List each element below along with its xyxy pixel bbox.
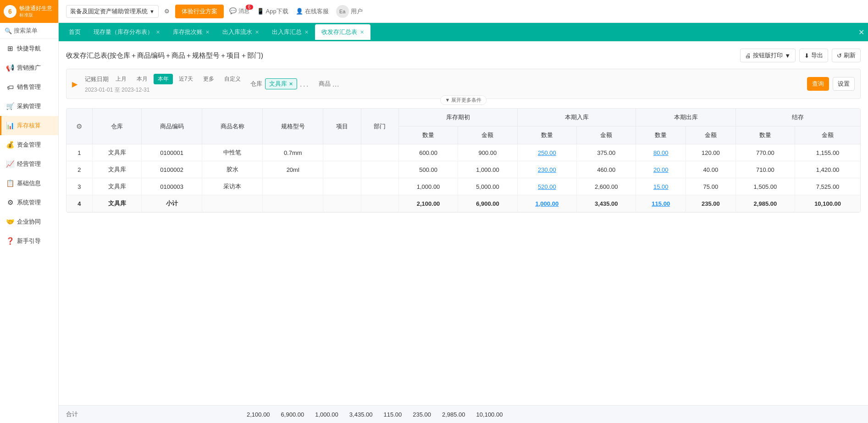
finance-icon: 💰	[6, 141, 14, 149]
page-actions: 🖨 按钮版打印 ▼ ⬇ 导出 ↺ 刷新	[740, 49, 861, 62]
goods-more[interactable]: ...	[332, 79, 339, 89]
tab-inout-flow[interactable]: 出入库流水 ✕	[216, 24, 265, 40]
sidebar-item-basic-info[interactable]: 📋 基础信息	[0, 174, 58, 193]
row3-in-qty[interactable]: 520.00	[517, 178, 576, 195]
main-area: 装备及固定资产辅助管理系统 ▼ ⚙ 体验行业方案 💬 6 消息 📱 App下载 …	[59, 0, 868, 423]
gear-icon[interactable]: ⚙	[164, 8, 170, 15]
search-menu[interactable]: 🔍 搜索菜单	[0, 23, 58, 39]
table-row: 1 文具库 0100001 中性笔 0.7mm 600.00 900.00 25…	[66, 144, 860, 161]
row2-in-qty[interactable]: 230.00	[517, 161, 576, 178]
th-goods-spec: 规格型号	[263, 109, 323, 144]
row2-project	[323, 161, 361, 178]
sidebar-item-inventory[interactable]: 📊 库存核算	[0, 116, 58, 135]
th-in: 本期入库	[517, 109, 636, 126]
sidebar-item-marketing[interactable]: 📢 营销推广	[0, 58, 58, 77]
filter-toggle-btn[interactable]: ▶	[72, 80, 77, 88]
date-btn-this-year[interactable]: 本年	[154, 74, 173, 84]
user-menu[interactable]: Ea 用户	[336, 5, 363, 18]
th-bal-qty: 数量	[735, 126, 795, 144]
try-industry-btn[interactable]: 体验行业方案	[175, 5, 224, 18]
query-btn[interactable]: 查询	[807, 77, 829, 91]
warehouse-tag[interactable]: 文具库 ✕	[265, 78, 297, 89]
sidebar-item-finance[interactable]: 💰 资金管理	[0, 135, 58, 154]
refresh-btn[interactable]: ↺ 刷新	[832, 49, 861, 62]
tab-close-inventory-dist[interactable]: ✕	[156, 29, 160, 35]
row2-open-amt: 1,000.00	[458, 161, 517, 178]
row1-code: 0100001	[142, 144, 202, 161]
tab-close-inout-flow[interactable]: ✕	[255, 29, 259, 35]
sidebar-item-system[interactable]: ⚙ 系统管理	[0, 193, 58, 212]
tab-close-inout-summary[interactable]: ✕	[304, 29, 309, 35]
row3-out-qty[interactable]: 15.00	[636, 178, 686, 195]
row1-in-qty[interactable]: 250.00	[517, 144, 576, 161]
tab-inventory-dist[interactable]: 现存量（库存分布表） ✕	[87, 24, 166, 40]
row1-out-qty[interactable]: 80.00	[636, 144, 686, 161]
row1-bal-qty: 770.00	[735, 144, 795, 161]
subtotal-bal-qty: 2,985.00	[735, 195, 795, 212]
row1-open-qty: 600.00	[398, 144, 458, 161]
date-btn-more[interactable]: 更多	[199, 74, 218, 84]
date-btn-custom[interactable]: 自定义	[220, 74, 245, 84]
th-in-qty: 数量	[517, 126, 576, 144]
footer-bal-qty: 2,985.00	[442, 411, 465, 418]
tabbar-close-all[interactable]: ✕	[858, 28, 864, 37]
app-logo: 6 畅捷通好生意 标准版	[0, 0, 58, 23]
th-open-amt: 金额	[458, 126, 517, 144]
topbar-right: 💬 6 消息 📱 App下载 👤 在线客服 Ea 用户	[229, 5, 363, 18]
row2-out-qty[interactable]: 20.00	[636, 161, 686, 178]
sidebar-item-operations[interactable]: 📈 经营管理	[0, 154, 58, 174]
footer-out-amt: 235.00	[413, 411, 431, 418]
warehouse-tag-close[interactable]: ✕	[289, 81, 293, 87]
sidebar-item-purchase[interactable]: 🛒 采购管理	[0, 97, 58, 116]
footer-open-amt: 6,900.00	[281, 411, 304, 418]
row2-in-amt: 460.00	[577, 161, 636, 178]
system-selector[interactable]: 装备及固定资产辅助管理系统 ▼	[66, 5, 159, 18]
tab-close-collect-summary[interactable]: ✕	[360, 29, 364, 35]
row2-warehouse: 文具库	[92, 161, 141, 178]
subtotal-in-amt: 3,435.00	[577, 195, 636, 212]
date-btn-last-month[interactable]: 上月	[111, 74, 131, 84]
footer-in-amt: 3,435.00	[349, 411, 373, 418]
column-settings-icon[interactable]: ⚙	[76, 122, 82, 130]
th-in-amt: 金额	[577, 126, 636, 144]
date-btn-this-month[interactable]: 本月	[133, 74, 152, 84]
footer-bar: 合计 2,100.00 6,900.00 1,000.00 3,435.00 1…	[59, 405, 868, 423]
content-area: 收发存汇总表(按仓库＋商品编码＋商品＋规格型号＋项目＋部门) 🖨 按钮版打印 ▼…	[59, 41, 868, 423]
print-btn[interactable]: 🖨 按钮版打印 ▼	[740, 49, 796, 62]
th-bal-amt: 金额	[795, 126, 860, 144]
subtotal-out-qty[interactable]: 115.00	[636, 195, 686, 212]
avatar: Ea	[336, 5, 349, 18]
date-filter-group: 记账日期 上月 本月 本年 近7天 更多 自定义 2023-01-01 至 20…	[85, 74, 245, 94]
row1-warehouse: 文具库	[92, 144, 141, 161]
data-table-wrapper: ⚙ 仓库 商品编码 商品名称 规格型号 项目 部门 库存期初 本期入库 本期出库…	[66, 108, 861, 213]
row1-project	[323, 144, 361, 161]
sidebar-item-sales[interactable]: 🏷 销售管理	[0, 77, 58, 97]
row2-bal-amt: 1,420.00	[795, 161, 860, 178]
tab-inout-summary[interactable]: 出入库汇总 ✕	[265, 24, 315, 40]
th-project: 项目	[323, 109, 361, 144]
tabbar: 首页 现存量（库存分布表） ✕ 库存批次账 ✕ 出入库流水 ✕ 出入库汇总 ✕ …	[59, 23, 868, 41]
sidebar-item-guide[interactable]: ❓ 新手引导	[0, 231, 58, 251]
sidebar-item-cooperation[interactable]: 🤝 企业协同	[0, 212, 58, 231]
notification-btn[interactable]: 💬 6 消息	[229, 7, 249, 15]
warehouse-more[interactable]: ...	[300, 79, 310, 89]
export-btn[interactable]: ⬇ 导出	[799, 49, 828, 62]
subtotal-in-qty[interactable]: 1,000.00	[517, 195, 576, 212]
footer-open-qty: 2,100.00	[247, 411, 270, 418]
sidebar-item-quick-nav[interactable]: ⊞ 快捷导航	[0, 39, 58, 58]
row3-no: 3	[66, 178, 92, 195]
date-btn-7days[interactable]: 近7天	[175, 74, 197, 84]
tab-close-batch-account[interactable]: ✕	[205, 29, 210, 35]
expand-conditions-btn[interactable]: ▼ 展开更多条件	[440, 95, 487, 105]
guide-icon: ❓	[6, 237, 14, 245]
online-service-btn[interactable]: 👤 在线客服	[296, 7, 329, 16]
app-download-btn[interactable]: 📱 App下载	[257, 7, 288, 16]
tab-batch-account[interactable]: 库存批次账 ✕	[166, 24, 216, 40]
settings-btn[interactable]: 设置	[833, 77, 855, 91]
inventory-icon: 📊	[6, 121, 14, 130]
th-goods-code: 商品编码	[142, 109, 202, 144]
tab-home[interactable]: 首页	[62, 24, 87, 40]
page-header: 收发存汇总表(按仓库＋商品编码＋商品＋规格型号＋项目＋部门) 🖨 按钮版打印 ▼…	[66, 49, 861, 62]
date-range-display: 2023-01-01 至 2023-12-31	[85, 86, 245, 94]
tab-collect-summary[interactable]: 收发存汇总表 ✕	[315, 24, 370, 40]
